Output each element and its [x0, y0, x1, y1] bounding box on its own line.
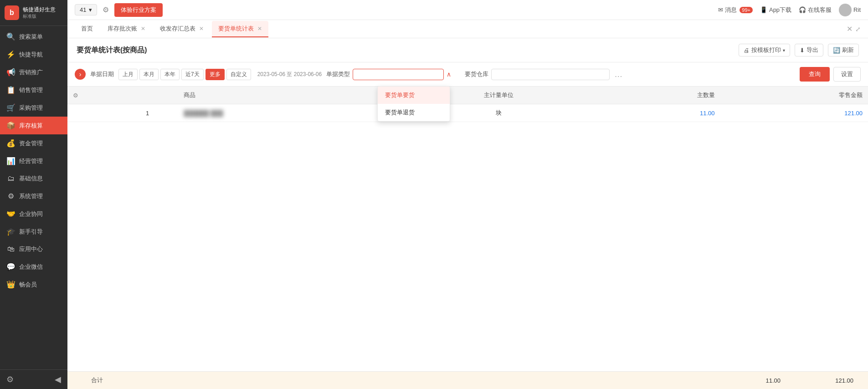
app-download-button[interactable]: 📱 App下载 [760, 6, 791, 14]
printer-icon: 🖨 [744, 47, 750, 54]
tab-inventory-batch[interactable]: 库存批次账 ✕ [101, 21, 152, 37]
online-service-button[interactable]: 🎧 在线客服 [799, 6, 832, 14]
tab-receivables-summary[interactable]: 收发存汇总表 ✕ [154, 21, 210, 37]
sidebar-item-marketing[interactable]: 📢 营销推广 [0, 63, 67, 81]
tab-bar: 首页 库存批次账 ✕ 收发存汇总表 ✕ 要货单统计表 ✕ ✕ ⤢ [67, 20, 868, 38]
col-rownum-header [117, 87, 178, 104]
user-profile[interactable]: Rit [839, 4, 861, 16]
chevron-down-icon: ▾ [89, 6, 92, 13]
wechat-icon: 💬 [6, 262, 15, 271]
chevron-down-icon: ▾ [783, 48, 785, 53]
print-template-button[interactable]: 🖨 按模板打印 ▾ [739, 44, 790, 56]
avatar [839, 4, 852, 16]
custom-date-btn[interactable]: 自定义 [226, 69, 251, 80]
type-dropdown-arrow[interactable]: ∧ [447, 71, 451, 78]
last-month-btn[interactable]: 上月 [118, 69, 138, 80]
filter-more-icon[interactable]: … [614, 70, 622, 79]
basic-icon: 🗂 [6, 174, 15, 183]
member-icon: 👑 [6, 280, 15, 289]
maximize-icon[interactable]: ⤢ [855, 26, 861, 33]
tab-close-icon[interactable]: ✕ [199, 26, 204, 32]
export-button[interactable]: ⬇ 导出 [795, 44, 823, 56]
data-table: ⚙ 商品 主计量单位 主数量 零售金额 1 ██████ ███ [67, 87, 868, 122]
user-name: Rit [853, 6, 861, 13]
sidebar-item-wechat[interactable]: 💬 企业微信 [0, 258, 67, 276]
sidebar-item-search[interactable]: 🔍 搜索菜单 [0, 28, 67, 46]
sidebar-item-cooperation[interactable]: 🤝 企业协同 [0, 205, 67, 223]
tab-label: 要货单统计表 [218, 25, 254, 33]
sidebar-logo: b 畅捷通好生意 标准版 [0, 0, 67, 26]
sidebar-item-operation[interactable]: 📊 经营管理 [0, 152, 67, 170]
table-settings-icon[interactable]: ⚙ [73, 92, 78, 99]
refresh-button[interactable]: 🔄 刷新 [828, 44, 859, 56]
tab-order-summary[interactable]: 要货单统计表 ✕ [212, 21, 268, 37]
app-edition: 标准版 [23, 13, 56, 20]
tab-close-icon[interactable]: ✕ [257, 26, 262, 32]
page-title: 要货单统计表(按商品) [77, 46, 147, 61]
sidebar-item-guide[interactable]: 🎓 新手引导 [0, 223, 67, 241]
sidebar-item-label: 搜索菜单 [19, 33, 43, 41]
sidebar-item-label: 库存核算 [19, 122, 43, 130]
warehouse-filter-input[interactable] [491, 69, 610, 80]
cooperation-icon: 🤝 [6, 210, 15, 218]
page-header-bar: 要货单统计表(按商品) 🖨 按模板打印 ▾ ⬇ 导出 🔄 刷新 [67, 38, 868, 62]
more-date-btn[interactable]: 更多 [205, 69, 225, 80]
footer-label: 合计 [73, 376, 164, 384]
sidebar-item-member[interactable]: 👑 畅会员 [0, 276, 67, 293]
print-label: 按模板打印 [751, 46, 781, 54]
promo-button[interactable]: 体验行业方案 [114, 3, 163, 17]
tab-expand-button[interactable]: ✕ ⤢ [847, 25, 861, 33]
sidebar-item-label: 基础信息 [19, 174, 43, 183]
online-service-label: 在线客服 [808, 6, 832, 14]
sidebar-item-label: 销售管理 [19, 86, 43, 94]
tab-close-icon[interactable]: ✕ [141, 26, 145, 32]
header-settings-icon[interactable]: ⚙ [103, 5, 109, 14]
query-button[interactable]: 查询 [800, 67, 830, 82]
settings-button[interactable]: 设置 [833, 67, 861, 82]
sidebar-item-system[interactable]: ⚙ 系统管理 [0, 187, 67, 205]
date-range-text: 2023-05-06 至 2023-06-06 [257, 71, 322, 78]
type-filter-label: 单据类型 [326, 70, 350, 78]
sidebar-item-basic[interactable]: 🗂 基础信息 [0, 170, 67, 187]
filter-area: › 单据日期 上月 本月 本年 近7天 更多 自定义 2023-05-06 至 … [67, 62, 868, 87]
dropdown-item-return[interactable]: 要货单退货 [378, 104, 450, 121]
messages-button[interactable]: ✉ 消息 99+ [718, 6, 753, 14]
sidebar-item-appstore[interactable]: 🛍 应用中心 [0, 241, 67, 258]
sidebar-item-label: 快捷导航 [19, 51, 43, 59]
filter-expand-button[interactable]: › [75, 69, 86, 80]
sidebar-item-label: 采购管理 [19, 104, 43, 112]
sidebar-item-finance[interactable]: 💰 资金管理 [0, 134, 67, 152]
dropdown-item-order[interactable]: 要货单要货 [378, 87, 450, 104]
sidebar-item-label: 营销推广 [19, 68, 43, 77]
last-7days-btn[interactable]: 近7天 [181, 69, 204, 80]
purchase-icon: 🛒 [6, 103, 15, 112]
this-month-btn[interactable]: 本月 [139, 69, 159, 80]
sidebar-item-label: 应用中心 [19, 245, 43, 253]
export-label: 导出 [806, 46, 818, 54]
sidebar-item-sales[interactable]: 📋 销售管理 [0, 81, 67, 99]
company-selector[interactable]: 41 ▾ [75, 4, 97, 15]
sidebar: b 畅捷通好生意 标准版 🔍 搜索菜单 ⚡ 快捷导航 📢 营销推广 📋 销售管理… [0, 0, 67, 389]
settings-button[interactable]: ⚙ [6, 374, 14, 384]
search-icon: 🔍 [6, 32, 15, 41]
sidebar-item-label: 经营管理 [19, 157, 43, 165]
marketing-icon: 📢 [6, 68, 15, 77]
collapse-button[interactable]: ◀ [55, 374, 61, 384]
page-content: 要货单统计表(按商品) 🖨 按模板打印 ▾ ⬇ 导出 🔄 刷新 › [67, 38, 868, 389]
sidebar-item-purchase[interactable]: 🛒 采购管理 [0, 99, 67, 117]
phone-icon: 📱 [760, 6, 767, 13]
sidebar-item-shortcut[interactable]: ⚡ 快捷导航 [0, 46, 67, 63]
type-dropdown-overlay: 要货单要货 要货单退货 [377, 86, 450, 122]
close-window-icon[interactable]: ✕ [847, 25, 853, 33]
table-row: 1 ██████ ███ 块 11.00 121.00 [67, 104, 868, 122]
refresh-label: 刷新 [842, 46, 854, 54]
sales-icon: 📋 [6, 86, 15, 94]
type-filter-input[interactable] [353, 69, 444, 80]
tab-home[interactable]: 首页 [75, 21, 99, 37]
this-year-btn[interactable]: 本年 [160, 69, 180, 80]
type-filter-section: 单据类型 ∧ [326, 69, 451, 80]
sidebar-item-inventory[interactable]: 📦 库存核算 [0, 117, 67, 134]
guide-icon: 🎓 [6, 227, 15, 236]
sidebar-item-label: 资金管理 [19, 139, 43, 148]
operation-icon: 📊 [6, 157, 15, 165]
